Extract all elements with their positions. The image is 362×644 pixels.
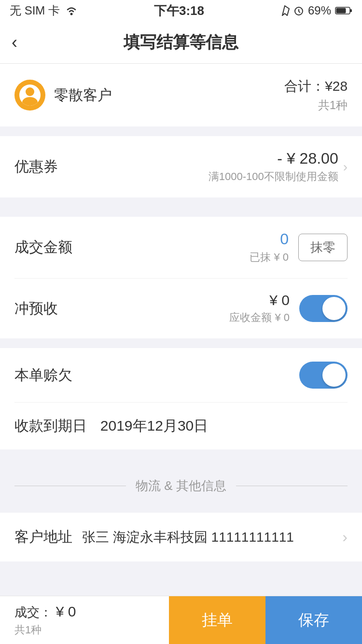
- customer-count: 共1种: [284, 98, 348, 113]
- bad-debt-toggle-thumb: [322, 364, 346, 387]
- advance-toggle-thumb: [322, 297, 346, 320]
- customer-name: 零散客户: [54, 85, 112, 105]
- logistics-label: 物流 & 其他信息: [136, 477, 226, 494]
- sim-status: 无 SIM 卡: [10, 3, 60, 18]
- coupon-row[interactable]: 优惠券 - ¥ 28.00 满1000-100不限制使用金额 ›: [0, 136, 362, 197]
- coupon-right: - ¥ 28.00 满1000-100不限制使用金额 ›: [209, 150, 348, 184]
- coupon-info: - ¥ 28.00 满1000-100不限制使用金额: [209, 150, 338, 184]
- advance-sub: 应收金额 ¥ 0: [229, 310, 290, 325]
- customer-section: 零散客户 合计：¥28 共1种: [0, 64, 362, 126]
- svg-rect-5: [350, 9, 352, 12]
- chevron-right-icon: ›: [343, 159, 348, 175]
- bad-debt-label: 本单赊欠: [14, 365, 72, 385]
- customer-total: 合计：¥28: [284, 77, 348, 96]
- advance-value-group: ¥ 0 应收金额 ¥ 0: [229, 292, 290, 325]
- coupon-desc: 满1000-100不限制使用金额: [209, 169, 338, 184]
- coupon-amount: - ¥ 28.00: [209, 150, 338, 168]
- bad-debt-row: 本单赊欠: [14, 348, 348, 402]
- address-value: 张三 海淀永丰科技园 11111111111: [82, 528, 342, 546]
- svg-line-3: [299, 12, 300, 13]
- address-label: 客户地址: [14, 527, 72, 547]
- logistics-section: 物流 & 其他信息: [0, 459, 362, 513]
- logistics-line-right: [236, 486, 348, 486]
- bottom-info: 成交： ¥ 0 共1种: [0, 596, 169, 644]
- logistics-line-left: [14, 486, 126, 486]
- deal-amount-value: 0: [250, 230, 289, 248]
- page-title: 填写结算等信息: [124, 31, 238, 54]
- due-date-label: 收款到期日: [14, 418, 87, 434]
- svg-rect-6: [336, 8, 346, 14]
- location-icon: [280, 5, 290, 16]
- customer-left: 零散客户: [14, 80, 112, 111]
- due-date-value: 2019年12月30日: [100, 418, 208, 434]
- advance-toggle[interactable]: [299, 295, 348, 322]
- status-bar: 无 SIM 卡 下午3:18 69%: [0, 0, 362, 21]
- deal-amount-right: 0 已抹 ¥ 0 抹零: [250, 230, 348, 265]
- advance-value: ¥ 0: [229, 292, 290, 308]
- status-left: 无 SIM 卡: [10, 3, 78, 18]
- divider-1: [0, 207, 362, 217]
- deal-amount-sub: 已抹 ¥ 0: [250, 250, 289, 265]
- save-button[interactable]: 保存: [265, 596, 362, 644]
- address-section: 客户地址 张三 海淀永丰科技园 11111111111 ›: [0, 513, 362, 561]
- customer-avatar: [14, 80, 45, 111]
- bottom-count: 共1种: [14, 623, 154, 637]
- divider-2: [0, 338, 362, 348]
- nav-bar: ‹ 填写结算等信息: [0, 21, 362, 64]
- logistics-divider: 物流 & 其他信息: [0, 469, 362, 503]
- status-right: 69%: [280, 4, 352, 17]
- avatar-icon: [19, 84, 41, 106]
- deal-amount-row: 成交金额 0 已抹 ¥ 0 抹零: [14, 217, 348, 279]
- deal-amount-group: 0 已抹 ¥ 0: [250, 230, 289, 265]
- bad-debt-toggle[interactable]: [299, 362, 348, 389]
- hold-button[interactable]: 挂单: [169, 596, 265, 644]
- bad-debt-section: 本单赊欠 收款到期日 2019年12月30日: [0, 348, 362, 449]
- address-row[interactable]: 客户地址 张三 海淀永丰科技园 11111111111 ›: [14, 513, 348, 561]
- alarm-icon: [293, 5, 304, 16]
- deal-amount-label: 成交金额: [14, 238, 72, 257]
- customer-right: 合计：¥28 共1种: [284, 77, 348, 113]
- wifi-icon: [65, 6, 78, 15]
- bad-debt-toggle-track[interactable]: [299, 362, 348, 389]
- divider-3: [0, 449, 362, 459]
- battery-icon: [335, 6, 352, 15]
- bottom-deal-label: 成交：: [14, 605, 52, 619]
- round-off-button[interactable]: 抹零: [298, 234, 348, 261]
- customer-row: 零散客户 合计：¥28 共1种: [0, 64, 362, 126]
- bottom-bar: 成交： ¥ 0 共1种 挂单 保存: [0, 596, 362, 644]
- bottom-deal-amount: ¥ 0: [56, 603, 76, 619]
- bottom-deal-row: 成交： ¥ 0: [14, 603, 154, 621]
- advance-label: 冲预收: [14, 299, 58, 319]
- advance-toggle-track[interactable]: [299, 295, 348, 322]
- address-chevron-icon: ›: [342, 528, 348, 546]
- advance-right: ¥ 0 应收金额 ¥ 0: [229, 292, 348, 325]
- svg-point-0: [70, 13, 73, 15]
- back-button[interactable]: ‹: [12, 32, 17, 53]
- coupon-label: 优惠券: [14, 157, 58, 177]
- coupon-section[interactable]: 优惠券 - ¥ 28.00 满1000-100不限制使用金额 ›: [0, 136, 362, 197]
- status-time: 下午3:18: [154, 2, 204, 19]
- advance-row: 冲预收 ¥ 0 应收金额 ¥ 0: [14, 279, 348, 338]
- due-date-row: 收款到期日 2019年12月30日: [14, 402, 348, 449]
- deal-advance-section: 成交金额 0 已抹 ¥ 0 抹零 冲预收 ¥ 0 应收金额 ¥ 0: [0, 217, 362, 338]
- battery-level: 69%: [308, 4, 331, 17]
